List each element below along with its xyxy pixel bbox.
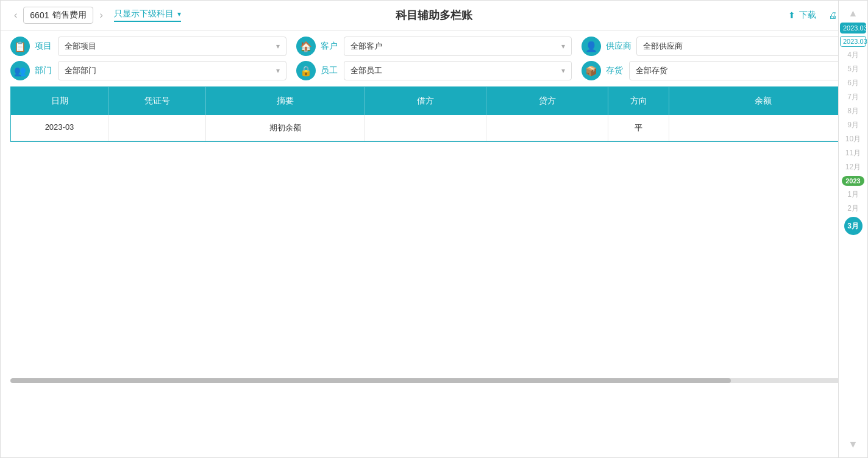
timeline-month-11[interactable]: 11月 <box>839 146 867 160</box>
chevron-down-icon: ▾ <box>276 66 280 75</box>
employee-label: 员工 <box>321 65 339 76</box>
account-name-text: 销售费用 <box>52 10 87 21</box>
filter-customer: 🏠 客户 全部客户 ▾ <box>296 37 572 56</box>
timeline-month-12[interactable]: 12月 <box>839 160 867 174</box>
cell-debit <box>365 115 486 141</box>
col-debit: 借方 <box>365 87 486 115</box>
chevron-down-icon: ▾ <box>561 42 565 51</box>
timeline-month-8[interactable]: 8月 <box>839 104 867 118</box>
timeline-month-7[interactable]: 7月 <box>839 90 867 104</box>
col-credit: 贷方 <box>486 87 608 115</box>
scrollbar-thumb <box>10 378 731 383</box>
filter-area: 📋 项目 全部项目 ▾ 🏠 客户 全部客户 ▾ 👤 供应商 全部供应 <box>1 30 867 86</box>
year-label-2023[interactable]: 2023 <box>842 176 864 186</box>
top-toolbar: ‹ 6601 销售费用 › 只显示下级科目 ▾ 科目辅助多栏账 ⬆ 下载 🖨 打… <box>1 1 867 30</box>
department-icon: 👥 <box>10 61 30 80</box>
table-row: 2023-03 期初余额 平 <box>11 115 857 141</box>
employee-icon: 🔒 <box>296 61 316 80</box>
timeline-up-arrow[interactable]: ▲ <box>846 5 861 21</box>
col-date: 日期 <box>11 87 108 115</box>
supplier-label: 供应商 <box>606 41 631 52</box>
customer-icon: 🏠 <box>296 37 316 56</box>
timeline-down-arrow[interactable]: ▼ <box>846 437 861 453</box>
timeline-month-4[interactable]: 4月 <box>839 48 867 62</box>
inventory-value: 全部存货 <box>636 65 667 76</box>
next-account-button[interactable]: › <box>96 9 106 22</box>
table-header: 日期 凭证号 摘要 借方 贷方 方向 余额 <box>11 87 857 115</box>
show-sub-label: 只显示下级科目 <box>114 9 174 19</box>
page-title: 科目辅助多栏账 <box>396 8 472 23</box>
cell-voucher <box>108 115 206 141</box>
chevron-down-icon: ▾ <box>561 66 565 75</box>
download-icon: ⬆ <box>788 10 795 20</box>
ledger-table: 日期 凭证号 摘要 借方 贷方 方向 余额 2023-03 期初余额 平 <box>10 86 858 142</box>
supplier-value: 全部供应商 <box>643 41 683 52</box>
period-badge-2[interactable]: 2023.03 <box>840 36 866 47</box>
cell-credit <box>486 115 608 141</box>
timeline-month-10[interactable]: 10月 <box>839 132 867 146</box>
customer-label: 客户 <box>321 41 339 52</box>
empty-content-area <box>1 142 867 373</box>
timeline-month-2[interactable]: 2月 <box>839 202 867 216</box>
timeline-month-3-selected[interactable]: 3月 <box>844 217 863 235</box>
department-select[interactable]: 全部部门 ▾ <box>58 61 286 80</box>
project-icon: 📋 <box>10 37 30 56</box>
filter-inventory: 📦 存货 全部存货 ▾ <box>582 61 858 80</box>
customer-select[interactable]: 全部客户 ▾ <box>344 37 572 56</box>
department-value: 全部部门 <box>65 65 96 76</box>
filter-row-1: 📋 项目 全部项目 ▾ 🏠 客户 全部客户 ▾ 👤 供应商 全部供应 <box>10 37 858 56</box>
timeline-month-1[interactable]: 1月 <box>839 188 867 202</box>
col-summary: 摘要 <box>206 87 365 115</box>
prev-account-button[interactable]: ‹ <box>10 9 21 22</box>
supplier-icon: 👤 <box>582 37 601 56</box>
table-body: 2023-03 期初余额 平 <box>11 115 857 141</box>
timeline-month-9[interactable]: 9月 <box>839 118 867 132</box>
col-voucher: 凭证号 <box>108 87 206 115</box>
cell-date: 2023-03 <box>11 115 108 141</box>
download-label: 下载 <box>799 10 816 21</box>
cell-direction: 平 <box>608 115 669 141</box>
account-selector[interactable]: 6601 销售费用 <box>23 7 93 24</box>
project-label: 项目 <box>35 41 53 52</box>
inventory-label: 存货 <box>606 65 624 76</box>
filter-department: 👥 部门 全部部门 ▾ <box>10 61 286 80</box>
col-direction: 方向 <box>608 87 669 115</box>
print-icon: 🖨 <box>828 10 837 20</box>
project-value: 全部项目 <box>65 41 96 52</box>
employee-select[interactable]: 全部员工 ▾ <box>344 61 572 80</box>
col-balance: 余额 <box>669 87 857 115</box>
cell-balance <box>669 115 857 141</box>
cell-summary: 期初余额 <box>206 115 365 141</box>
chevron-down-icon: ▾ <box>177 10 181 18</box>
account-code-text: 6601 <box>30 10 49 20</box>
customer-value: 全部客户 <box>350 41 382 52</box>
employee-value: 全部员工 <box>350 65 382 76</box>
timeline-month-6[interactable]: 6月 <box>839 76 867 90</box>
main-window: ✕ ‹ 6601 销售费用 › 只显示下级科目 ▾ 科目辅助多栏账 ⬆ 下载 🖨… <box>0 0 868 458</box>
inventory-select[interactable]: 全部存货 ▾ <box>629 61 858 80</box>
filter-row-2: 👥 部门 全部部门 ▾ 🔒 员工 全部员工 ▾ 📦 存货 全部存货 <box>10 61 858 80</box>
project-select[interactable]: 全部项目 ▾ <box>58 37 286 56</box>
supplier-select[interactable]: 全部供应商 ▾ <box>636 37 858 56</box>
filter-employee: 🔒 员工 全部员工 ▾ <box>296 61 572 80</box>
filter-project: 📋 项目 全部项目 ▾ <box>10 37 286 56</box>
timeline-month-5[interactable]: 5月 <box>839 62 867 76</box>
period-badge-1[interactable]: 2023.03 <box>840 23 866 33</box>
department-label: 部门 <box>35 65 53 76</box>
horizontal-scrollbar[interactable] <box>10 378 858 383</box>
timeline-sidebar: ▲ 2023.03 2023.03 4月 5月 6月 7月 8月 9月 10月 … <box>838 1 867 457</box>
filter-supplier: 👤 供应商 全部供应商 ▾ <box>582 37 858 56</box>
show-sub-toggle[interactable]: 只显示下级科目 ▾ <box>114 9 181 22</box>
inventory-icon: 📦 <box>582 61 601 80</box>
chevron-down-icon: ▾ <box>276 42 280 51</box>
download-button[interactable]: ⬆ 下载 <box>788 10 816 21</box>
